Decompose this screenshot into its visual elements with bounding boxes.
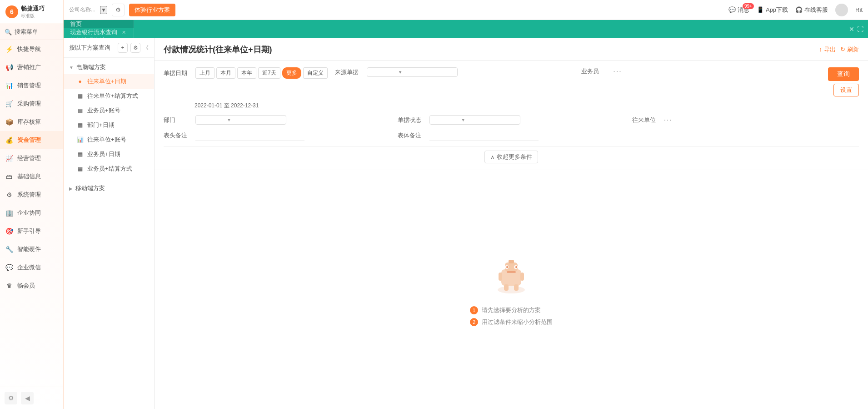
sidebar-icon-enterprise: 🏢: [5, 208, 14, 217]
sidebar-label-system: 系统管理: [17, 191, 41, 199]
body-note-label: 表体备注: [398, 131, 425, 140]
empty-illustration: [489, 253, 534, 299]
date-btn-自定义[interactable]: 自定义: [303, 67, 328, 79]
close-all-tabs-icon[interactable]: ✕: [849, 25, 854, 33]
header-right: 💬 消息 99+ 📱 App下载 🎧 在线客服 Rit: [728, 4, 863, 16]
schema-item-staff-date[interactable]: ▦业务员+日期: [64, 147, 154, 162]
tab-home[interactable]: 首页: [64, 20, 134, 28]
header-settings-btn[interactable]: ⚙: [112, 4, 125, 16]
body-note-input[interactable]: [429, 130, 539, 141]
collapse-more-btn[interactable]: ∧ 收起更多条件: [484, 151, 538, 163]
logo-icon: 6: [5, 5, 18, 18]
page-title-actions: ↑ 导出 ↻ 刷新: [819, 45, 859, 54]
sidebar-item-marketing[interactable]: 📢营销推广: [0, 58, 63, 76]
sidebar-label-capital: 资金管理: [17, 136, 41, 144]
tab-receipt-stats[interactable]: 收款情况统计✕: [64, 36, 134, 38]
sidebar-item-wechat[interactable]: 💬企业微信: [0, 258, 63, 277]
query-btn[interactable]: 查询: [828, 67, 859, 81]
add-schema-btn[interactable]: +: [118, 43, 128, 53]
date-range-display: 2022-01-01 至 2022-12-31: [195, 102, 259, 109]
sidebar-label-sales: 销售管理: [17, 81, 41, 90]
date-btn-更多[interactable]: 更多: [282, 67, 301, 79]
sidebar-item-quick-nav[interactable]: ⚡快捷导航: [0, 40, 63, 58]
header-breadcrumb: 公司名称...: [69, 6, 95, 14]
sidebar-icon-purchase: 🛒: [5, 99, 14, 108]
svg-point-0: [498, 286, 525, 293]
date-btn-上月[interactable]: 上月: [195, 67, 215, 79]
schema-sections: ▼电脑端方案●往来单位+日期▦往来单位+结算方式▦业务员+账号▦部门+日期📊往来…: [64, 58, 154, 198]
doc-status-select[interactable]: ▼: [429, 115, 520, 125]
sidebar-item-inventory[interactable]: 📦库存核算: [0, 113, 63, 131]
date-label: 单据日期: [164, 69, 191, 77]
tab-label-receipt-stats: 收款情况统计: [70, 36, 105, 38]
sidebar-label-newbie: 新手引导: [17, 227, 41, 235]
dept-select[interactable]: ▼: [195, 115, 286, 125]
tip-text-2: 用过滤条件来缩小分析范围: [482, 318, 553, 326]
date-btn-近7天[interactable]: 近7天: [258, 67, 280, 79]
company-dropdown-btn[interactable]: ▼: [100, 6, 107, 14]
schema-item-staff-account[interactable]: ▦业务员+账号: [64, 103, 154, 118]
tab-close-bank-flow[interactable]: ✕: [120, 29, 127, 36]
source-select[interactable]: ▼: [367, 67, 458, 77]
schema-item-label-partner-date: 往来单位+日期: [87, 77, 126, 86]
schema-item-label-staff-account: 业务员+账号: [87, 106, 120, 115]
sidebar-item-operations[interactable]: 📈经营管理: [0, 149, 63, 167]
online-service-btn[interactable]: 🎧 在线客服: [795, 6, 828, 14]
app-download-btn[interactable]: 📱 App下载: [757, 6, 788, 14]
schema-item-staff-settle[interactable]: ▦业务员+结算方式: [64, 162, 154, 176]
trial-btn[interactable]: 体验行业方案: [129, 4, 175, 16]
sidebar: 6 畅捷通巧 标准版 🔍 搜索菜单 ⚡快捷导航📢营销推广📊销售管理🛒采购管理📦库…: [0, 0, 64, 409]
sidebar-item-vip[interactable]: ♛畅会员: [0, 277, 63, 295]
collapse-more-label: 收起更多条件: [497, 153, 532, 161]
schema-item-icon-partner-account: 📊: [76, 136, 84, 143]
tab-close-receipt-stats[interactable]: ✕: [108, 37, 115, 38]
svg-point-6: [506, 266, 508, 268]
schema-item-icon-partner-settle: ▦: [76, 92, 84, 100]
sidebar-item-system[interactable]: ⚙系统管理: [0, 186, 63, 204]
header-note-input[interactable]: [195, 130, 304, 141]
panel-collapse-btn[interactable]: 《: [143, 44, 149, 52]
tab-bank-flow[interactable]: 现金银行流水查询✕: [64, 28, 134, 36]
sidebar-item-enterprise[interactable]: 🏢企业协同: [0, 204, 63, 222]
left-panel-actions: + ⚙ 《: [118, 43, 149, 53]
schema-section-title-mobile[interactable]: ▶移动端方案: [64, 182, 154, 195]
sidebar-item-capital[interactable]: 💰资金管理: [0, 131, 63, 149]
sidebar-label-basic: 基础信息: [17, 172, 41, 181]
schema-item-partner-date[interactable]: ●往来单位+日期: [64, 74, 154, 89]
schema-item-partner-account[interactable]: 📊往来单位+账号: [64, 132, 154, 147]
sidebar-nav: ⚡快捷导航📢营销推广📊销售管理🛒采购管理📦库存核算💰资金管理📈经营管理🗃基础信息…: [0, 40, 63, 295]
sidebar-item-hardware[interactable]: 🔧智能硬件: [0, 240, 63, 258]
schema-item-dept-date[interactable]: ▦部门+日期: [64, 118, 154, 132]
date-btn-本月[interactable]: 本月: [216, 67, 235, 79]
svg-rect-3: [509, 260, 514, 263]
sidebar-item-sales[interactable]: 📊销售管理: [0, 76, 63, 95]
expand-icon[interactable]: ⛶: [857, 25, 863, 33]
schema-settings-btn[interactable]: ⚙: [130, 43, 140, 53]
sidebar-icon-hardware: 🔧: [5, 245, 14, 254]
sidebar-label-inventory: 库存核算: [17, 118, 41, 126]
date-btn-本年[interactable]: 本年: [237, 67, 256, 79]
section-label-mobile: 移动端方案: [75, 184, 105, 192]
sidebar-footer: ⚙ ◀: [0, 387, 63, 409]
refresh-btn[interactable]: ↻ 刷新: [840, 45, 859, 54]
partner-select[interactable]: ···: [664, 116, 673, 124]
svg-point-7: [515, 266, 517, 268]
filter-settings-btn[interactable]: 设置: [833, 84, 859, 96]
salesman-select[interactable]: ···: [613, 67, 622, 76]
schema-item-label-staff-date: 业务员+日期: [87, 150, 120, 158]
footer-collapse-icon[interactable]: ◀: [21, 392, 34, 404]
user-avatar[interactable]: [835, 4, 848, 16]
notification-btn[interactable]: 💬 消息 99+: [728, 6, 749, 14]
sidebar-item-purchase[interactable]: 🛒采购管理: [0, 95, 63, 113]
sidebar-item-newbie[interactable]: 🎯新手引导: [0, 222, 63, 240]
svg-rect-12: [514, 284, 519, 291]
search-menu[interactable]: 🔍 搜索菜单: [0, 24, 63, 40]
sidebar-item-basic[interactable]: 🗃基础信息: [0, 167, 63, 186]
schema-section-title-desktop[interactable]: ▼电脑端方案: [64, 61, 154, 74]
export-btn[interactable]: ↑ 导出: [819, 45, 836, 54]
export-label: 导出: [824, 45, 836, 54]
schema-item-partner-settle[interactable]: ▦往来单位+结算方式: [64, 89, 154, 103]
footer-settings-icon[interactable]: ⚙: [5, 392, 17, 404]
doc-status-select-arrow: ▼: [461, 117, 465, 122]
collapse-more-icon: ∧: [490, 154, 495, 161]
